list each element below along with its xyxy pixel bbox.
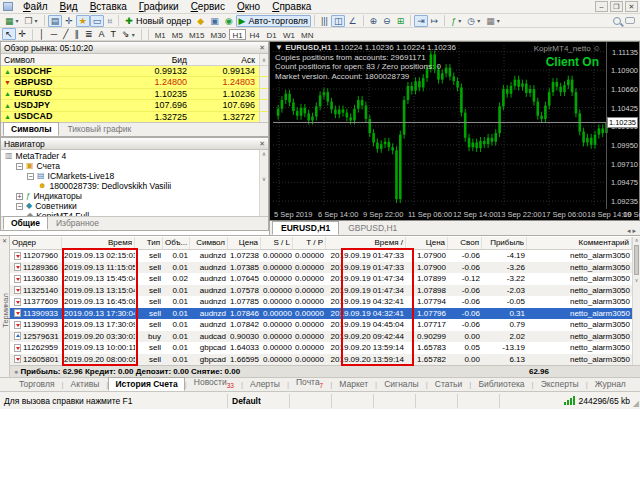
tree-item[interactable]: −▣Счета: [1, 161, 268, 171]
periods-button[interactable]: ◷▾: [464, 15, 483, 27]
metaeditor-button[interactable]: ◆: [194, 15, 207, 27]
auto-scroll-button[interactable]: ⇥: [414, 15, 428, 27]
terminal-tab-Торговля[interactable]: Торговля: [12, 377, 62, 391]
navigator-tab-Избранное[interactable]: Избранное: [48, 216, 107, 230]
column-symbol[interactable]: Символ: [1, 54, 125, 65]
crosshair-tool[interactable]: ✛: [16, 28, 30, 40]
chart-dropdown-icon[interactable]: ▼: [275, 43, 283, 52]
strategy-tester-toggle[interactable]: ⌗: [104, 15, 115, 27]
history-row-11289366[interactable]: 112893662019.09.13 11:15:05sell0.01audnz…: [10, 262, 632, 274]
column-Цена[interactable]: Цена: [406, 237, 448, 249]
vline-tool[interactable]: │: [36, 28, 48, 40]
minimize-button[interactable]: –: [595, 1, 608, 12]
menu-item-Файл[interactable]: Файл: [17, 1, 54, 12]
chart-tab-EURUSD,H1[interactable]: EURUSD,H1: [272, 221, 339, 235]
market-watch-tab-Тиковый график[interactable]: Тиковый график: [59, 122, 139, 136]
column-bid[interactable]: Бид: [125, 54, 191, 65]
column-Прибыль[interactable]: Прибыль: [482, 237, 527, 249]
terminal-tab-Алерты[interactable]: Алерты: [243, 377, 287, 391]
chart-tab-GBPUSD,H1[interactable]: GBPUSD,H1: [339, 221, 406, 235]
candles-mode-button[interactable]: ◫: [331, 15, 346, 27]
terminal-tab-Библиотека[interactable]: Библиотека: [471, 377, 531, 391]
history-row-11262959[interactable]: 112629592019.09.13 10:00:11sell0.01gbpca…: [10, 342, 632, 354]
column-Цена[interactable]: Цена: [228, 237, 261, 249]
market-watch-row-EURUSD[interactable]: ▲EURUSD1.102351.10236: [1, 89, 268, 100]
market-watch-tab-Символы[interactable]: Символы: [3, 122, 59, 136]
timeframe-M1[interactable]: M1: [152, 29, 169, 40]
terminal-tab-Статьи[interactable]: Статьи: [428, 377, 470, 391]
history-row-11325140[interactable]: 113251402019.09.13 13:15:04sell0.01audnz…: [10, 285, 632, 297]
navigator-tab-Общие[interactable]: Общие: [3, 216, 48, 230]
column-Время /[interactable]: Время /: [326, 237, 406, 249]
ea-smiley-icon[interactable]: ☺: [593, 44, 601, 53]
column-Объ...[interactable]: Объ...: [163, 237, 190, 249]
cursor-tool[interactable]: ↖: [2, 28, 16, 40]
trendline-tool[interactable]: ╱: [60, 28, 71, 40]
tile-windows-button[interactable]: ⊞: [394, 15, 408, 27]
indicators-button[interactable]: ƒ▾: [448, 15, 464, 27]
timeframe-M30[interactable]: M30: [207, 29, 229, 40]
market-watch-scroll-up[interactable]: ∧: [259, 54, 268, 65]
column-T / P[interactable]: T / P: [293, 237, 326, 249]
bar-chart-mode-button[interactable]: |||: [318, 15, 331, 27]
tree-expander-icon[interactable]: −: [27, 173, 34, 180]
metaquotes-button[interactable]: ▣: [207, 15, 222, 27]
auto-trading-button[interactable]: ▶Авто-торговля: [236, 15, 311, 27]
column-ask[interactable]: Аск: [191, 54, 259, 65]
chat-icon[interactable]: [625, 17, 635, 24]
chart-window[interactable]: ▼ EURUSD,H1 1.10224 1.10236 1.10224 1.10…: [269, 41, 640, 221]
chart-shift-button[interactable]: ↦: [428, 15, 442, 27]
market-watch-row-GBPUSD[interactable]: ▼GBPUSD1.248001.24803: [1, 77, 268, 88]
timeframe-W1[interactable]: W1: [280, 29, 298, 40]
restore-button[interactable]: ❐: [610, 1, 623, 12]
terminal-tab-Маркет[interactable]: Маркет: [332, 377, 375, 391]
terminal-tab-Почта[interactable]: Почта7: [289, 375, 330, 391]
timeframe-MN[interactable]: MN: [298, 29, 316, 40]
terminal-scrollbar[interactable]: ∧∨: [632, 237, 640, 365]
arrows-tool[interactable]: ⇘▾: [119, 28, 138, 40]
line-mode-button[interactable]: ∠: [345, 15, 359, 27]
templates-button[interactable]: ▦▾: [483, 15, 503, 27]
tree-item[interactable]: ☻1800028739: Dedlovskikh Vasilii: [1, 181, 268, 191]
menu-item-Вид[interactable]: Вид: [54, 1, 84, 12]
timeframe-H1[interactable]: H1: [229, 29, 246, 40]
zoom-in-button[interactable]: ⊕: [367, 15, 381, 27]
terminal-tab-Сигналы[interactable]: Сигналы: [377, 377, 425, 391]
menu-item-Справка[interactable]: Справка: [266, 1, 317, 12]
textlabel-tool[interactable]: T: [108, 28, 120, 40]
history-row-11207960[interactable]: 112079602019.09.13 02:15:03sell0.01audnz…: [10, 250, 632, 262]
data-window-toggle[interactable]: ✛: [62, 15, 76, 27]
new-order-button[interactable]: ✚Новый ордер: [122, 15, 194, 27]
column-Время[interactable]: Время: [62, 237, 135, 249]
new-chart-button[interactable]: ▦▾: [2, 15, 22, 27]
navigator-close-icon[interactable]: ✕: [259, 138, 265, 149]
search-icon[interactable]: [613, 17, 621, 25]
menu-item-Вставка[interactable]: Вставка: [84, 1, 133, 12]
timeframe-M15[interactable]: M15: [186, 29, 208, 40]
column-Ордер[interactable]: Ордер: [10, 237, 62, 249]
column-Своп[interactable]: Своп: [448, 237, 482, 249]
menu-item-Графики[interactable]: Графики: [133, 1, 185, 12]
status-profile[interactable]: Default: [228, 394, 290, 408]
tree-item[interactable]: −◆Советники: [1, 201, 268, 211]
market-watch-toggle[interactable]: ▤: [48, 15, 63, 27]
timeframe-D1[interactable]: D1: [263, 29, 280, 40]
close-button[interactable]: ✕: [625, 1, 638, 12]
tree-expander-icon[interactable]: −: [16, 163, 23, 170]
tree-item[interactable]: +ƒИндикаторы: [1, 191, 268, 201]
terminal-toggle[interactable]: ▭: [90, 15, 105, 27]
resize-grip[interactable]: ◢: [633, 399, 639, 408]
hline-tool[interactable]: ─: [48, 28, 60, 40]
tree-item[interactable]: ▥MetaTrader 4: [1, 151, 268, 161]
profiles-button[interactable]: ❐▾: [22, 15, 41, 27]
zoom-out-button[interactable]: ⊖: [380, 15, 394, 27]
navigator-toggle[interactable]: ★: [76, 15, 90, 27]
market-watch-row-USDJPY[interactable]: ▲USDJPY107.696107.696: [1, 100, 268, 111]
terminal-tab-Эксперты[interactable]: Эксперты: [534, 377, 586, 391]
history-row-12605801[interactable]: 126058012019.09.20 08:00:05sell0.01gbpca…: [10, 354, 632, 366]
timeframe-M5[interactable]: M5: [169, 29, 186, 40]
fibo-tool[interactable]: ≣: [82, 28, 96, 40]
navigator-scrollbar[interactable]: ∧∨: [259, 150, 268, 216]
market-watch-row-USDCHF[interactable]: ▲USDCHF0.991320.99134: [1, 66, 268, 77]
menu-item-Сервис[interactable]: Сервис: [185, 1, 231, 12]
